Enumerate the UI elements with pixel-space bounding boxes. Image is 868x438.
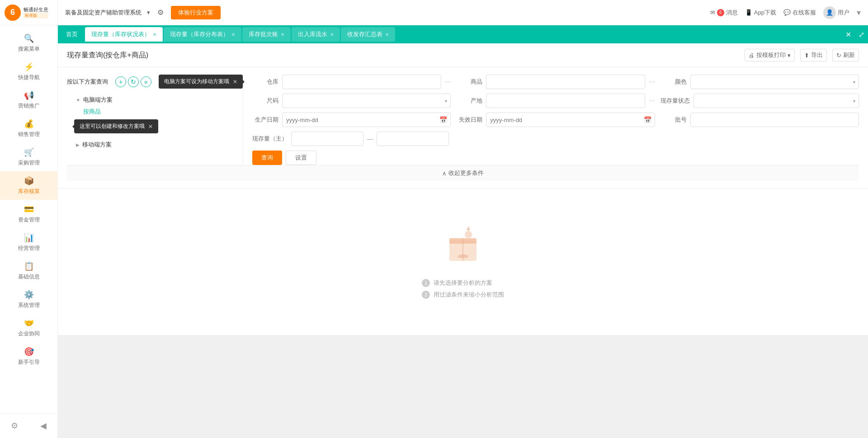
scheme-tooltip-2: 这里可以创建和修改方案哦 ✕	[74, 119, 158, 133]
sidebar-item-purchase[interactable]: 🛒 采购管理	[0, 143, 57, 171]
gear-button[interactable]: ⚙	[156, 6, 165, 19]
warehouse-input[interactable]	[282, 75, 441, 89]
exp-date-calendar-icon[interactable]: 📅	[644, 116, 651, 123]
scheme-mobile-label: 移动端方案	[82, 141, 112, 149]
page-header: 现存量查询(按仓库+商品) 🖨 按模板打印 ▾ ⬆ 导出 ↻ 刷新	[58, 43, 868, 67]
inv-status-select-wrap: ▾	[693, 94, 859, 108]
finance-icon: 💳	[24, 204, 34, 214]
filter-label: 按以下方案查询	[67, 78, 108, 86]
collapse-sidebar-btn[interactable]: ◀	[38, 418, 49, 433]
scheme-subitem[interactable]: 按商品	[67, 106, 234, 118]
prod-date-calendar-icon[interactable]: 📅	[439, 116, 447, 123]
origin-dots[interactable]: ···	[649, 97, 655, 105]
solution-button[interactable]: 体验行业方案	[171, 6, 221, 19]
export-button[interactable]: ⬆ 导出	[800, 49, 827, 61]
tab-inout[interactable]: 出入库流水 ✕	[292, 27, 340, 42]
tab-batch[interactable]: 库存批次账 ✕	[242, 27, 291, 42]
tab-inv-dist-close[interactable]: ✕	[231, 32, 235, 37]
sidebar-item-basic[interactable]: 📋 基础信息	[0, 257, 57, 285]
support-button[interactable]: 💬 在线客服	[783, 9, 816, 17]
search-button[interactable]: 查询	[252, 151, 282, 165]
tab-expand-btn[interactable]: ⤢	[857, 28, 866, 41]
scheme-section: ▼ 电脑端方案 按商品 这里可以创建和修改方案哦 ✕	[67, 94, 243, 151]
filter-row-3: 生产日期 📅 失效日期 📅	[252, 113, 859, 127]
user-button[interactable]: 👤 用户	[823, 6, 849, 19]
inv-qty-dash: —	[367, 136, 373, 142]
exp-date-input[interactable]	[486, 113, 655, 127]
tab-inv-status[interactable]: 现存量（库存状况表） ✕	[85, 27, 163, 42]
tab-batch-close[interactable]: ✕	[281, 32, 284, 37]
size-select[interactable]	[282, 94, 451, 108]
sidebar-item-sales[interactable]: 💰 销售管理	[0, 114, 57, 143]
message-button[interactable]: ✉ 6 消息	[710, 9, 738, 17]
sidebar-item-label: 快捷导航	[18, 74, 40, 81]
batch-no-input[interactable]	[690, 113, 859, 127]
sidebar-item-quick-nav[interactable]: ⚡ 快捷导航	[0, 57, 57, 86]
user-avatar: 👤	[823, 6, 836, 19]
page-title: 现存量查询(按仓库+商品)	[67, 51, 148, 60]
sidebar-item-search[interactable]: 🔍 搜索菜单	[0, 29, 57, 57]
tab-recv-sum[interactable]: 收发存汇总表 ✕	[341, 27, 395, 42]
operations-icon: 📊	[24, 233, 34, 243]
printer-icon: 🖨	[749, 52, 755, 59]
tab-inv-status-close[interactable]: ✕	[153, 32, 156, 37]
tab-inv-dist[interactable]: 现存量（库存分布表） ✕	[164, 27, 241, 42]
reset-button[interactable]: 设置	[286, 151, 316, 165]
prod-date-input[interactable]	[282, 113, 451, 127]
inv-qty-from-input[interactable]	[291, 132, 363, 146]
sidebar-item-finance[interactable]: 💳 资金管理	[0, 200, 57, 228]
sidebar-item-label: 销售管理	[18, 131, 40, 138]
origin-input[interactable]	[486, 94, 645, 108]
step-1-num: 1	[422, 279, 430, 287]
back-scheme-btn[interactable]: «	[141, 76, 151, 87]
inventory-icon: 📦	[24, 176, 34, 186]
step-2-num: 2	[422, 291, 430, 299]
sidebar-item-label: 基础信息	[18, 273, 40, 281]
inv-status-select[interactable]	[693, 94, 859, 108]
goods-field: 商品 ···	[456, 75, 655, 89]
color-select[interactable]	[690, 75, 859, 89]
exp-date-label: 失效日期	[456, 116, 482, 124]
sidebar-item-enterprise[interactable]: 🤝 企业协同	[0, 314, 57, 342]
sidebar: 6 畅通好生意 标准版 🔍 搜索菜单 ⚡ 快捷导航 📢 营销推广 💰 销售管理 …	[0, 0, 58, 438]
tab-close-all-btn[interactable]: ✕	[844, 28, 853, 41]
scheme-item-mobile[interactable]: ▶ 移动端方案	[67, 139, 234, 151]
goods-dots[interactable]: ···	[649, 78, 655, 86]
goods-input[interactable]	[486, 75, 645, 89]
batch-no-field: 批号	[660, 113, 859, 127]
tab-recv-sum-close[interactable]: ✕	[385, 32, 389, 37]
warehouse-label: 仓库	[252, 78, 278, 86]
sidebar-item-guide[interactable]: 🎯 新手引导	[0, 342, 57, 371]
tab-home[interactable]: 首页	[60, 27, 84, 42]
filter-area: 按以下方案查询 + ↻ « 电脑方案可设为移动方案哦 ✕	[58, 67, 868, 188]
origin-field: 产地 ···	[456, 94, 655, 108]
sidebar-item-operations[interactable]: 📊 经营管理	[0, 228, 57, 257]
refresh-button[interactable]: ↻ 刷新	[832, 49, 859, 61]
system-select[interactable]: ▾	[147, 9, 150, 16]
user-dropdown-icon[interactable]: ▾	[857, 8, 861, 18]
content-area: 现存量查询(按仓库+商品) 🖨 按模板打印 ▾ ⬆ 导出 ↻ 刷新	[58, 43, 868, 335]
sidebar-item-marketing[interactable]: 📢 营销推广	[0, 86, 57, 114]
collapse-row[interactable]: ∧ 收起更多条件	[67, 165, 859, 181]
refresh-scheme-btn[interactable]: ↻	[128, 76, 139, 87]
tooltip1-close[interactable]: ✕	[233, 79, 237, 85]
logo-text: 畅通好生意 标准版	[24, 6, 48, 19]
sidebar-item-system[interactable]: ⚙️ 系统管理	[0, 285, 57, 314]
header-right: ✉ 6 消息 📱 App下载 💬 在线客服 👤 用户 ▾	[710, 6, 861, 19]
main-content: 现存量查询(按仓库+商品) 🖨 按模板打印 ▾ ⬆ 导出 ↻ 刷新	[58, 43, 868, 438]
scheme-item-pc[interactable]: ▼ 电脑端方案	[67, 94, 234, 106]
app-download-button[interactable]: 📱 App下载	[745, 9, 776, 17]
color-select-wrap: ▾	[690, 75, 859, 89]
print-button[interactable]: 🖨 按模板打印 ▾	[745, 49, 795, 61]
scheme-subitem-label: 按商品	[83, 108, 101, 116]
add-scheme-btn[interactable]: +	[115, 76, 126, 87]
sidebar-item-inventory[interactable]: 📦 库存核算	[0, 171, 57, 200]
warehouse-dots[interactable]: ···	[445, 78, 451, 86]
tab-inout-close[interactable]: ✕	[330, 32, 334, 37]
tab-inout-label: 出入库流水	[298, 30, 327, 38]
inv-qty-to-input[interactable]	[377, 132, 449, 146]
settings-bottom-btn[interactable]: ⚙	[8, 418, 21, 433]
search-icon: 🔍	[24, 33, 34, 43]
tooltip2-close[interactable]: ✕	[148, 123, 153, 130]
exp-date-wrap: 📅	[486, 113, 655, 127]
